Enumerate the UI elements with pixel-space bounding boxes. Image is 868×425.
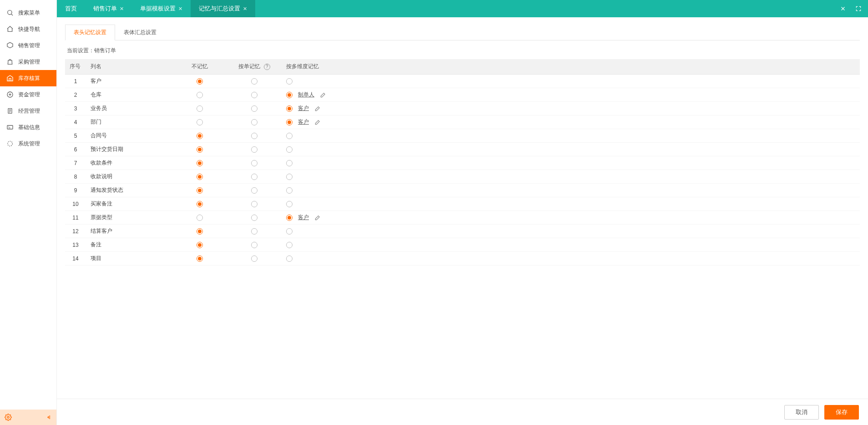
- radio-cell-by-dim: [282, 75, 860, 88]
- sidebar-item-warehouse[interactable]: 库存核算: [0, 70, 56, 86]
- table-row: 1客户: [65, 75, 860, 88]
- close-all-tabs-icon[interactable]: [837, 3, 849, 15]
- radio-by_order[interactable]: [251, 242, 257, 248]
- sidebar-item-tag[interactable]: 销售管理: [0, 37, 56, 54]
- edit-icon[interactable]: [320, 92, 326, 98]
- radio-by_order[interactable]: [251, 119, 257, 125]
- table-row: 5合同号: [65, 129, 860, 143]
- row-index: 14: [65, 252, 86, 265]
- radio-no_mem[interactable]: [197, 187, 203, 194]
- radio-by_order[interactable]: [251, 92, 257, 98]
- radio-by_order[interactable]: [251, 105, 257, 112]
- sidebar-item-label: 采购管理: [18, 58, 40, 66]
- sidebar-item-gear-ring[interactable]: 系统管理: [0, 135, 56, 152]
- radio-no_mem[interactable]: [197, 146, 203, 153]
- radio-by-dim[interactable]: [286, 160, 293, 166]
- svg-rect-3: [7, 125, 13, 129]
- radio-by-dim[interactable]: [286, 133, 293, 139]
- tab-1[interactable]: 销售订单✕: [85, 0, 132, 17]
- dimension-link[interactable]: 客户: [298, 105, 309, 112]
- sidebar-item-home[interactable]: 快捷导航: [0, 21, 56, 37]
- radio-no_mem[interactable]: [197, 215, 203, 221]
- svg-point-4: [8, 141, 13, 146]
- row-index: 13: [65, 238, 86, 252]
- radio-by-dim[interactable]: [286, 201, 293, 207]
- radio-by-dim[interactable]: [286, 119, 293, 125]
- edit-icon[interactable]: [314, 215, 321, 221]
- radio-by-dim[interactable]: [286, 105, 293, 112]
- radio-cell-by-dim: [282, 143, 860, 156]
- radio-by_order[interactable]: [251, 174, 257, 180]
- tab-0[interactable]: 首页: [57, 0, 85, 17]
- radio-cell-by-dim: 客户: [282, 102, 860, 115]
- radio-cell-no_mem: [172, 252, 227, 265]
- tab-3[interactable]: 记忆与汇总设置✕: [191, 0, 255, 17]
- col-index-header: 序号: [65, 59, 86, 75]
- save-button[interactable]: 保存: [824, 405, 859, 420]
- radio-by_order[interactable]: [251, 215, 257, 221]
- radio-by_order[interactable]: [251, 78, 257, 85]
- collapse-sidebar-icon[interactable]: [45, 414, 52, 421]
- radio-cell-by-dim: [282, 184, 860, 197]
- radio-no_mem[interactable]: [197, 228, 203, 235]
- radio-by_order[interactable]: [251, 201, 257, 207]
- sidebar-item-card[interactable]: 基础信息: [0, 119, 56, 135]
- row-column-name: 客户: [86, 75, 172, 88]
- radio-cell-by_order: [227, 225, 282, 238]
- dimension-link[interactable]: 制单人: [298, 91, 314, 99]
- radio-by-dim[interactable]: [286, 228, 293, 235]
- sidebar-item-label: 资金管理: [18, 91, 40, 99]
- tab-close-icon[interactable]: ✕: [243, 6, 247, 12]
- radio-no_mem[interactable]: [197, 133, 203, 139]
- sidebar-item-bag[interactable]: 采购管理: [0, 54, 56, 70]
- sidebar-item-label: 系统管理: [18, 140, 40, 148]
- radio-by_order[interactable]: [251, 187, 257, 194]
- radio-by-dim[interactable]: [286, 215, 293, 221]
- tab-2[interactable]: 单据模板设置✕: [132, 0, 191, 17]
- radio-by-dim[interactable]: [286, 255, 293, 262]
- radio-cell-by_order: [227, 143, 282, 156]
- radio-cell-by_order: [227, 211, 282, 225]
- cancel-button[interactable]: 取消: [784, 405, 819, 420]
- dimension-link[interactable]: 客户: [298, 214, 309, 221]
- inner-tab-0[interactable]: 表头记忆设置: [65, 25, 115, 40]
- radio-by-dim[interactable]: [286, 187, 293, 194]
- radio-no_mem[interactable]: [197, 255, 203, 262]
- radio-no_mem[interactable]: [197, 78, 203, 85]
- radio-no_mem[interactable]: [197, 105, 203, 112]
- radio-by_order[interactable]: [251, 228, 257, 235]
- radio-by_order[interactable]: [251, 133, 257, 139]
- radio-cell-by_order: [227, 252, 282, 265]
- radio-by-dim[interactable]: [286, 146, 293, 153]
- radio-by-dim[interactable]: [286, 242, 293, 248]
- dimension-link[interactable]: 客户: [298, 118, 309, 126]
- radio-by-dim[interactable]: [286, 78, 293, 85]
- fullscreen-icon[interactable]: [853, 3, 864, 15]
- edit-icon[interactable]: [314, 119, 321, 125]
- inner-tab-1[interactable]: 表体汇总设置: [115, 25, 165, 40]
- radio-by_order[interactable]: [251, 255, 257, 262]
- settings-gear-icon[interactable]: [5, 414, 12, 421]
- radio-no_mem[interactable]: [197, 160, 203, 166]
- tab-close-icon[interactable]: ✕: [178, 6, 182, 12]
- sidebar-item-clipboard[interactable]: 经营管理: [0, 103, 56, 119]
- radio-by_order[interactable]: [251, 160, 257, 166]
- radio-no_mem[interactable]: [197, 242, 203, 248]
- radio-no_mem[interactable]: [197, 201, 203, 207]
- sidebar-item-coin[interactable]: 资金管理: [0, 86, 56, 103]
- radio-no_mem[interactable]: [197, 92, 203, 98]
- sidebar-item-search[interactable]: 搜索菜单: [0, 5, 56, 21]
- radio-no_mem[interactable]: [197, 119, 203, 125]
- radio-by-dim[interactable]: [286, 92, 293, 98]
- row-column-name: 收款条件: [86, 156, 172, 170]
- radio-by-dim[interactable]: [286, 174, 293, 180]
- edit-icon[interactable]: [314, 105, 321, 112]
- tab-strip: 首页销售订单✕单据模板设置✕记忆与汇总设置✕: [57, 0, 868, 17]
- radio-no_mem[interactable]: [197, 174, 203, 180]
- tab-close-icon[interactable]: ✕: [120, 6, 124, 12]
- row-index: 4: [65, 115, 86, 129]
- radio-cell-no_mem: [172, 211, 227, 225]
- help-icon[interactable]: ?: [264, 64, 270, 70]
- radio-cell-no_mem: [172, 88, 227, 102]
- radio-by_order[interactable]: [251, 146, 257, 153]
